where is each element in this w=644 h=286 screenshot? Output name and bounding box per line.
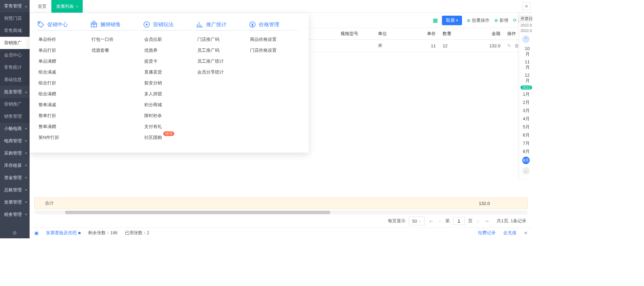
column-header[interactable]: 规格型号	[337, 28, 375, 39]
month-item[interactable]: 9月	[519, 156, 532, 165]
mega-menu-item[interactable]: 提货卡	[143, 56, 195, 67]
sidebar-item[interactable]: 零售商城	[0, 25, 30, 37]
month-item[interactable]: 5月	[519, 123, 532, 131]
sidebar-item[interactable]: 销售管理	[0, 110, 30, 123]
mega-menu-item[interactable]: 优惠套餐	[90, 45, 143, 56]
mega-menu-item[interactable]: 单品满赠	[37, 56, 89, 67]
sidebar-item[interactable]: 营销推广	[0, 98, 30, 110]
mega-menu-item[interactable]: 员工推广统计	[196, 56, 248, 67]
sidebar-item[interactable]: 会员中心	[0, 49, 30, 61]
scroll-up-icon[interactable]: ⌃	[522, 35, 530, 43]
mega-menu-item[interactable]: 门店价格设置	[249, 45, 301, 56]
month-item[interactable]: 1月	[519, 90, 532, 98]
mega-menu-item[interactable]: 支付有礼	[143, 121, 195, 132]
sidebar-item[interactable]: 智慧门店	[0, 12, 30, 25]
mega-menu-item[interactable]: 组合满赠	[37, 89, 89, 99]
sidebar-group[interactable]: 电商管理▾	[0, 135, 30, 147]
prev-page-button[interactable]: ‹	[438, 219, 442, 224]
summary-label: 合计	[35, 200, 54, 206]
mega-menu-item[interactable]: 社区团购NEW	[143, 132, 195, 143]
fly-year[interactable]: 2022.0	[519, 28, 532, 33]
mega-menu-item[interactable]: 多人拼团	[143, 89, 195, 99]
qr-icon[interactable]: ▦	[433, 17, 437, 23]
sidebar-item[interactable]: 零售统计	[0, 61, 30, 74]
month-item[interactable]: 3月	[519, 107, 532, 115]
mega-menu-item[interactable]: 单品特价	[37, 34, 89, 45]
mega-column: 促销中心单品特价单品打折单品满赠组合满减组合打折组合满赠整单满减整单打折整单满赠…	[37, 19, 89, 143]
mega-menu-item[interactable]: 会员拉新	[143, 34, 195, 45]
recharge-link[interactable]: 去充值	[503, 230, 516, 236]
mega-menu-item[interactable]: 直播卖货	[143, 67, 195, 78]
bundle-icon	[90, 21, 98, 28]
mega-menu-item[interactable]: 打包一口价	[90, 34, 143, 45]
month-item[interactable]: 12月	[519, 72, 532, 85]
invoice-check-link[interactable]: 发票查验及拍照	[46, 230, 81, 236]
mega-menu-item[interactable]: 裂变分销	[143, 78, 195, 89]
scrollbar-thumb[interactable]	[65, 211, 330, 214]
last-page-button[interactable]: ⇥	[483, 219, 490, 224]
close-icon[interactable]: ×	[76, 4, 78, 9]
mega-menu-item[interactable]: 员工推广码	[196, 45, 248, 56]
page-input[interactable]	[453, 217, 465, 225]
scroll-down-icon[interactable]: ⌄	[522, 167, 530, 175]
sidebar-group[interactable]: 税务管理▾	[0, 208, 30, 221]
column-header[interactable]: 数量	[439, 28, 470, 39]
sidebar-item[interactable]: 营销推广	[0, 37, 30, 49]
tab[interactable]: 发票列表×	[51, 0, 83, 13]
settings-icon[interactable]: ⚙	[0, 227, 30, 238]
cell-unit: 米	[375, 39, 398, 52]
mega-menu-item[interactable]: 整单打折	[37, 110, 89, 121]
horizontal-scrollbar[interactable]	[34, 210, 528, 214]
mega-menu-item[interactable]: 积分商城	[143, 99, 195, 110]
tab[interactable]: 首页	[33, 0, 51, 13]
month-item[interactable]: 10月	[519, 45, 532, 58]
mega-menu-item[interactable]: 门店推广码	[196, 34, 248, 45]
add-button[interactable]: ⊕新增	[494, 17, 508, 23]
delete-icon[interactable]: 🗑	[514, 43, 519, 48]
edit-icon[interactable]: ✎	[507, 43, 511, 48]
month-item[interactable]: 11月	[519, 58, 532, 72]
fly-header[interactable]: 开票日	[519, 15, 532, 22]
sidebar-group[interactable]: 总账管理▾	[0, 184, 30, 196]
sidebar-group[interactable]: 资金管理▾	[0, 172, 30, 184]
column-header[interactable]: 单价	[398, 28, 439, 39]
mega-menu-item[interactable]: 单品打折	[37, 45, 89, 56]
month-item[interactable]: 6月	[519, 131, 532, 139]
month-item[interactable]: 8月	[519, 147, 532, 156]
summary-amount: 132.0	[479, 201, 527, 206]
close-icon[interactable]: ✕	[524, 231, 528, 236]
sidebar-group[interactable]: 零售管理▴	[0, 0, 30, 12]
remain-count: 剩余张数：198	[88, 230, 117, 236]
month-item[interactable]: 7月	[519, 139, 532, 147]
charge-log-link[interactable]: 扣费记录	[478, 230, 496, 236]
column-header[interactable]: 金额	[470, 28, 504, 39]
first-page-button[interactable]: ⇤	[428, 219, 434, 224]
mega-menu-item[interactable]: 整单满减	[37, 99, 89, 110]
sidebar-group[interactable]: 库存核算▾	[0, 159, 30, 172]
per-page-select[interactable]: 50⌄	[409, 217, 425, 225]
mega-menu-item[interactable]: 会员分享统计	[196, 67, 248, 78]
column-header[interactable]: 单位	[375, 28, 398, 39]
add-label: 新增	[499, 17, 508, 23]
mega-menu-item[interactable]: 限时秒杀	[143, 110, 195, 121]
mega-menu-item[interactable]: 优惠券	[143, 45, 195, 56]
sidebar-item[interactable]: 基础信息	[0, 74, 30, 86]
mega-menu-item[interactable]: 商品价格设置	[249, 34, 301, 45]
next-page-button[interactable]: ›	[476, 219, 480, 224]
mega-menu-item[interactable]: 整单满赠	[37, 121, 89, 132]
batch-ops-button[interactable]: ≣批量操作	[467, 17, 490, 23]
sidebar-group[interactable]: 批发管理▴	[0, 86, 30, 98]
page-label-suf: 页	[468, 218, 473, 224]
get-invoice-button[interactable]: 取票 ▾	[442, 16, 462, 25]
mega-menu-item[interactable]: 组合满减	[37, 67, 89, 78]
sidebar-group[interactable]: 发票管理▾	[0, 196, 30, 208]
month-item[interactable]: 4月	[519, 115, 532, 123]
sidebar-group[interactable]: 采购管理▾	[0, 147, 30, 159]
month-item[interactable]: 2月	[519, 98, 532, 107]
close-all-tabs-button[interactable]: ✕	[522, 2, 530, 10]
chevron-down-icon: ⌄	[418, 219, 421, 223]
fly-year[interactable]: 2022.0	[519, 22, 532, 28]
mega-menu-item[interactable]: 第N件打折	[37, 132, 89, 143]
mega-menu-item[interactable]: 组合打折	[37, 78, 89, 89]
sidebar-group[interactable]: 小畅电商▾	[0, 123, 30, 135]
